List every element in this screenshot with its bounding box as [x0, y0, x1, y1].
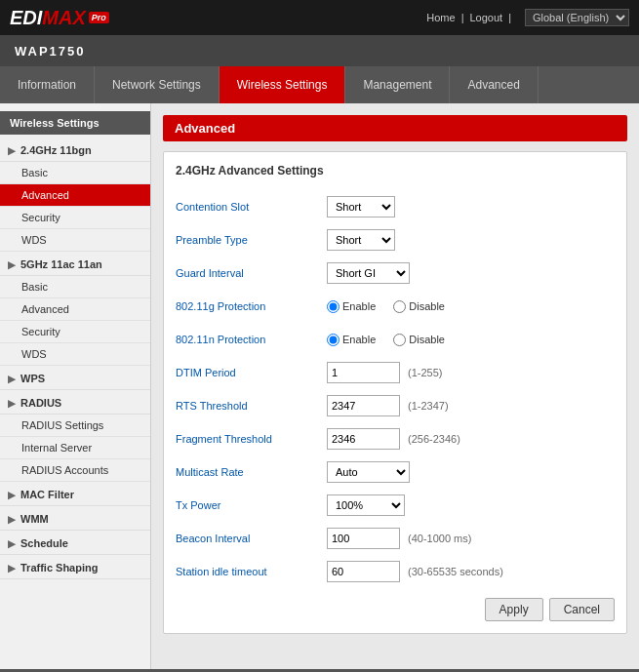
- label-guard-interval: Guard Interval: [176, 267, 327, 279]
- sidebar-item-radius-settings[interactable]: RADIUS Settings: [0, 415, 150, 437]
- home-link[interactable]: Home: [426, 12, 455, 23]
- sidebar-item-radius-accounts[interactable]: RADIUS Accounts: [0, 459, 150, 482]
- sidebar-item-security-24[interactable]: Security: [0, 207, 150, 229]
- sidebar-group-5ghz: ▶ 5GHz 11ac 11an Basic Advanced Security…: [0, 254, 150, 366]
- label-station-idle-timeout: Station idle timeout: [176, 566, 327, 577]
- sidebar-group-2.4ghz: ▶ 2.4GHz 11bgn Basic Advanced Security W…: [0, 139, 150, 252]
- radio-enable-n[interactable]: [327, 334, 339, 346]
- label-beacon-interval: Beacon Interval: [176, 533, 327, 544]
- arrow-icon-radius: ▶: [8, 398, 16, 409]
- sidebar-item-wds-5[interactable]: WDS: [0, 343, 150, 366]
- select-tx-power[interactable]: 100% 75% 50% 25%: [327, 494, 405, 516]
- label-dtim-period: DTIM Period: [176, 367, 327, 378]
- sidebar-group-label-wmm: WMM: [20, 513, 49, 525]
- control-80211g-protection: Enable Disable: [327, 300, 455, 313]
- sidebar-group-header-traffic-shaping[interactable]: ▶ Traffic Shaping: [0, 557, 150, 579]
- radio-label-disable-g[interactable]: Disable: [393, 300, 445, 313]
- control-contention-slot: Short Long: [327, 196, 395, 217]
- label-tx-power: Tx Power: [176, 499, 327, 511]
- range-beacon-interval: (40-1000 ms): [408, 533, 471, 544]
- apply-button[interactable]: Apply: [485, 598, 543, 621]
- arrow-icon-schedule: ▶: [8, 538, 16, 549]
- control-80211n-protection: Enable Disable: [327, 334, 455, 346]
- label-multicast-rate: Multicast Rate: [176, 466, 327, 478]
- main-nav: Information Network Settings Wireless Se…: [0, 66, 639, 103]
- sidebar-item-internal-server[interactable]: Internal Server: [0, 437, 150, 459]
- field-fragment-threshold: Fragment Threshold (256-2346): [176, 426, 615, 452]
- input-station-idle-timeout[interactable]: [327, 561, 400, 582]
- section-box: 2.4GHz Advanced Settings Contention Slot…: [163, 151, 627, 634]
- sidebar-group-header-wmm[interactable]: ▶ WMM: [0, 508, 150, 531]
- logout-link[interactable]: Logout: [469, 12, 502, 23]
- sidebar-group-schedule: ▶ Schedule: [0, 533, 150, 555]
- radio-text-enable-g: Enable: [342, 300, 376, 312]
- sidebar-group-wps: ▶ WPS: [0, 368, 150, 390]
- control-preamble-type: Short Long: [327, 229, 395, 251]
- arrow-icon-2.4ghz: ▶: [8, 145, 16, 156]
- cancel-button[interactable]: Cancel: [549, 598, 615, 621]
- main-content: Advanced 2.4GHz Advanced Settings Conten…: [151, 103, 639, 669]
- range-dtim-period: (1-255): [408, 367, 442, 378]
- sidebar-group-header-5ghz[interactable]: ▶ 5GHz 11ac 11an: [0, 254, 150, 276]
- nav-network-settings[interactable]: Network Settings: [95, 66, 220, 103]
- radio-label-enable-g[interactable]: Enable: [327, 300, 376, 313]
- sidebar-group-label-mac-filter: MAC Filter: [20, 489, 74, 500]
- radio-text-enable-n: Enable: [342, 334, 376, 345]
- field-beacon-interval: Beacon Interval (40-1000 ms): [176, 526, 615, 551]
- sidebar-group-traffic-shaping: ▶ Traffic Shaping: [0, 557, 150, 579]
- top-bar: EDIMAX Pro Home | Logout | Global (Engli…: [0, 0, 639, 35]
- control-fragment-threshold: (256-2346): [327, 428, 460, 450]
- sidebar-group-wmm: ▶ WMM: [0, 508, 150, 531]
- field-contention-slot: Contention Slot Short Long: [176, 194, 615, 219]
- logo: EDIMAX Pro: [10, 7, 109, 29]
- input-dtim-period[interactable]: [327, 362, 400, 383]
- field-rts-threshold: RTS Threshold (1-2347): [176, 393, 615, 418]
- sidebar-group-label-schedule: Schedule: [20, 537, 68, 549]
- sidebar-group-label-radius: RADIUS: [20, 397, 61, 409]
- nav-information[interactable]: Information: [0, 66, 95, 103]
- field-tx-power: Tx Power 100% 75% 50% 25%: [176, 493, 615, 518]
- input-rts-threshold[interactable]: [327, 395, 400, 416]
- content-wrapper: Wireless Settings ▶ 2.4GHz 11bgn Basic A…: [0, 103, 639, 669]
- sidebar-group-header-radius[interactable]: ▶ RADIUS: [0, 392, 150, 415]
- sidebar-group-mac-filter: ▶ MAC Filter: [0, 484, 150, 506]
- sidebar-group-header-2.4ghz[interactable]: ▶ 2.4GHz 11bgn: [0, 139, 150, 162]
- select-contention-slot[interactable]: Short Long: [327, 196, 395, 217]
- logo-pro-badge: Pro: [89, 12, 109, 23]
- radio-label-enable-n[interactable]: Enable: [327, 334, 376, 346]
- radio-disable-n[interactable]: [393, 334, 406, 346]
- device-bar: WAP1750: [0, 35, 639, 66]
- sidebar-item-advanced-5[interactable]: Advanced: [0, 298, 150, 321]
- field-multicast-rate: Multicast Rate Auto 1M 2M 5.5M 11M: [176, 459, 615, 485]
- sidebar-group-header-wps[interactable]: ▶ WPS: [0, 368, 150, 390]
- radio-enable-g[interactable]: [327, 300, 339, 313]
- sidebar-item-wds-24[interactable]: WDS: [0, 229, 150, 252]
- field-80211g-protection: 802.11g Protection Enable Disable: [176, 294, 615, 319]
- radio-text-disable-n: Disable: [409, 334, 445, 345]
- nav-wireless-settings[interactable]: Wireless Settings: [220, 66, 346, 103]
- page-title: Advanced: [163, 115, 627, 141]
- sidebar-group-label-5ghz: 5GHz 11ac 11an: [20, 258, 102, 270]
- input-fragment-threshold[interactable]: [327, 428, 400, 450]
- nav-advanced[interactable]: Advanced: [450, 66, 538, 103]
- input-beacon-interval[interactable]: [327, 528, 400, 549]
- radio-disable-g[interactable]: [393, 300, 406, 313]
- sidebar-item-security-5[interactable]: Security: [0, 321, 150, 343]
- sidebar-item-basic-24[interactable]: Basic: [0, 162, 150, 184]
- logo-text: EDIMAX: [10, 7, 86, 29]
- nav-management[interactable]: Management: [345, 66, 450, 103]
- sidebar-group-header-mac-filter[interactable]: ▶ MAC Filter: [0, 484, 150, 506]
- select-preamble-type[interactable]: Short Long: [327, 229, 395, 251]
- arrow-icon-traffic-shaping: ▶: [8, 563, 16, 573]
- radio-label-disable-n[interactable]: Disable: [393, 334, 445, 346]
- range-fragment-threshold: (256-2346): [408, 433, 460, 445]
- sidebar-group-header-schedule[interactable]: ▶ Schedule: [0, 533, 150, 555]
- control-guard-interval: Short GI Long GI: [327, 262, 410, 284]
- select-multicast-rate[interactable]: Auto 1M 2M 5.5M 11M: [327, 461, 410, 483]
- arrow-icon-wmm: ▶: [8, 514, 16, 525]
- field-station-idle-timeout: Station idle timeout (30-65535 seconds): [176, 559, 615, 584]
- select-guard-interval[interactable]: Short GI Long GI: [327, 262, 410, 284]
- sidebar-item-basic-5[interactable]: Basic: [0, 276, 150, 298]
- language-select[interactable]: Global (English): [525, 9, 629, 26]
- sidebar-item-advanced-24[interactable]: Advanced: [0, 184, 150, 207]
